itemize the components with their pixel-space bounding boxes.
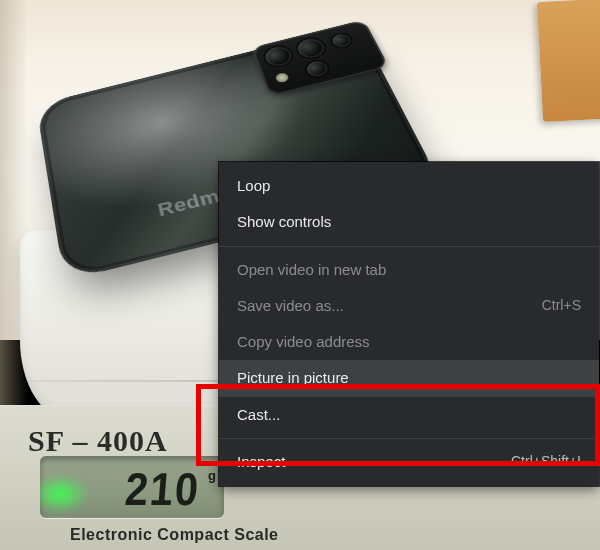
menu-item-save-video-as: Save video as... Ctrl+S (219, 288, 599, 324)
menu-item-loop[interactable]: Loop (219, 168, 599, 204)
scale-tagline: Electronic Compact Scale (70, 526, 279, 544)
lcd-backlight-glow (40, 474, 90, 514)
menu-item-open-new-tab: Open video in new tab (219, 252, 599, 288)
camera-lens-icon (262, 45, 294, 69)
scale-weight-value: 210 (123, 462, 202, 516)
scale-model-label: SF – 400A (28, 424, 168, 458)
menu-item-label: Open video in new tab (237, 260, 386, 280)
camera-lens-icon (304, 59, 330, 78)
menu-item-picture-in-picture[interactable]: Picture in picture (219, 360, 599, 396)
menu-item-shortcut: Ctrl+Shift+I (511, 452, 581, 471)
camera-lens-icon (330, 33, 353, 49)
video-context-menu: Loop Show controls Open video in new tab… (219, 162, 599, 486)
menu-item-label: Inspect (237, 452, 285, 472)
menu-item-label: Loop (237, 176, 270, 196)
menu-item-label: Picture in picture (237, 368, 349, 388)
screenshot-viewport: Redmi SF – 400A 210 g Electronic Compact… (0, 0, 600, 550)
menu-separator (219, 246, 599, 247)
menu-item-show-controls[interactable]: Show controls (219, 204, 599, 240)
menu-item-label: Cast... (237, 405, 280, 425)
camera-lens-icon (295, 37, 328, 61)
menu-separator (219, 438, 599, 439)
scale-lcd: 210 g (40, 456, 224, 518)
menu-item-cast[interactable]: Cast... (219, 397, 599, 433)
menu-item-copy-video-address: Copy video address (219, 324, 599, 360)
menu-item-shortcut: Ctrl+S (542, 296, 581, 315)
menu-item-inspect[interactable]: Inspect Ctrl+Shift+I (219, 444, 599, 480)
menu-item-label: Copy video address (237, 332, 370, 352)
menu-item-label: Save video as... (237, 296, 344, 316)
menu-item-label: Show controls (237, 212, 331, 232)
scale-weight-unit: g (208, 468, 216, 483)
video-background-box (537, 0, 600, 122)
camera-flash-icon (274, 72, 289, 83)
